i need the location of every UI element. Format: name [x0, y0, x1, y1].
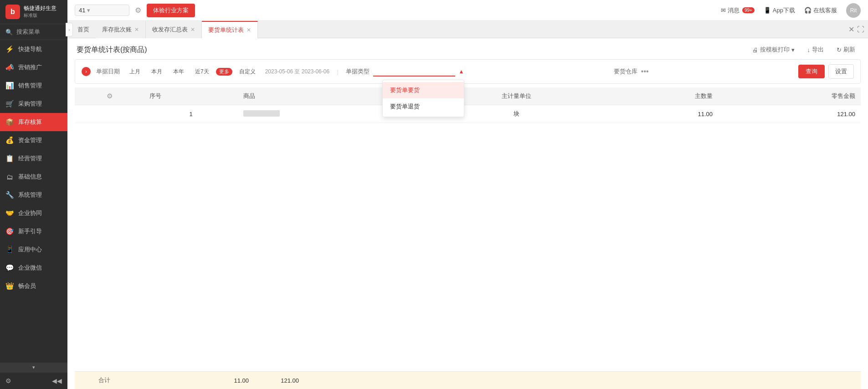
enterprise-wechat-icon: 💬: [5, 264, 14, 272]
goods-blurred: [243, 110, 280, 117]
topbar-right: ✉ 消息 99+ 📱 App下载 🎧 在线客服 Rit: [721, 3, 861, 18]
sidebar-item-marketing[interactable]: 📣 营销推广: [0, 58, 67, 77]
app-name-block: 畅捷通好生意 标准版: [24, 5, 56, 19]
member-icon: 👑: [5, 282, 14, 290]
newbie-icon: 🎯: [5, 227, 14, 235]
sidebar-logo[interactable]: b 畅捷通好生意 标准版: [0, 0, 67, 24]
print-icon: 🖨: [752, 46, 758, 53]
page-header: 要货单统计表(按商品) 🖨 按模板打印 ▾ ↓ 导出 ↻ 刷新: [67, 38, 868, 59]
topbar-dropdown-arrow[interactable]: ▾: [87, 7, 90, 14]
sidebar-item-purchase[interactable]: 🛒 采购管理: [0, 95, 67, 113]
dropdown-item-yh-order[interactable]: 要货单要货: [383, 82, 464, 98]
table-container: ⚙ 序号 商品 主计量单位 主数量 零售金额 1: [75, 87, 861, 371]
topbar-number-input-wrap[interactable]: 41 ▾: [75, 5, 129, 16]
sidebar-item-operations[interactable]: 📋 经营管理: [0, 149, 67, 168]
tab-home[interactable]: 首页: [71, 26, 96, 34]
sidebar-item-sales[interactable]: 📊 销售管理: [0, 77, 67, 95]
sidebar-item-member[interactable]: 👑 畅会员: [0, 277, 67, 295]
main-area: 41 ▾ ⚙ 体验行业方案 ✉ 消息 99+ 📱 App下载 🎧 在线客服 Ri…: [67, 0, 868, 389]
message-icon: ✉: [721, 7, 726, 14]
table-footer: 合计 11.00 121.00: [75, 371, 861, 389]
filter-warehouse-section: 要货仓库 •••: [614, 67, 649, 76]
app-name: 畅捷通好生意: [24, 5, 56, 12]
date-more-btn[interactable]: 更多: [216, 68, 232, 76]
topbar-gear-icon[interactable]: ⚙: [135, 6, 141, 15]
tab-close-inventory-batch[interactable]: ✕: [134, 27, 139, 32]
cell-index: 1: [144, 105, 238, 123]
sidebar-search[interactable]: 🔍 搜索菜单: [0, 24, 67, 40]
sidebar-toggle[interactable]: ›: [66, 23, 73, 36]
finance-icon: 💰: [5, 136, 14, 144]
col-settings[interactable]: ⚙: [75, 87, 144, 105]
trial-btn[interactable]: 体验行业方案: [147, 4, 195, 17]
footer-collapse-icon[interactable]: ◀◀: [52, 377, 62, 384]
sidebar-item-enterprise-wechat[interactable]: 💬 企业微信: [0, 259, 67, 277]
date-btn-this-month[interactable]: 本月: [147, 67, 166, 77]
sidebar-item-label-enterprise-wechat: 企业微信: [18, 264, 62, 272]
tab-close-order-stats[interactable]: ✕: [247, 27, 251, 33]
refresh-btn[interactable]: ↻ 刷新: [833, 44, 859, 56]
table-settings-icon[interactable]: ⚙: [107, 92, 113, 100]
tabs-fullscreen-btn[interactable]: ⛶: [857, 26, 864, 34]
topbar-avatar[interactable]: Rit: [846, 3, 861, 18]
sidebar-item-system[interactable]: 🔧 系统管理: [0, 186, 67, 204]
print-template-btn[interactable]: 🖨 按模板打印 ▾: [749, 44, 798, 56]
filter-expand-btn[interactable]: ›: [82, 67, 91, 76]
date-btn-last-month[interactable]: 上月: [125, 67, 144, 77]
tab-order-stats[interactable]: 要货单统计表 ✕: [202, 21, 258, 38]
sidebar-item-label-finance: 资金管理: [18, 136, 62, 144]
topbar: 41 ▾ ⚙ 体验行业方案 ✉ 消息 99+ 📱 App下载 🎧 在线客服 Ri…: [67, 0, 868, 21]
date-filter-label: 单据日期: [96, 67, 120, 76]
sidebar-item-finance[interactable]: 💰 资金管理: [0, 131, 67, 149]
sidebar-scroll-down[interactable]: ▾: [0, 363, 67, 372]
date-btn-last-7-days[interactable]: 近7天: [191, 67, 213, 77]
warehouse-more-btn[interactable]: •••: [641, 67, 649, 76]
sidebar-item-label-basic-info: 基础信息: [18, 173, 62, 181]
sidebar-footer: ⚙ ◀◀: [0, 372, 67, 389]
sidebar-item-label-inventory: 库存核算: [18, 118, 62, 126]
page-title: 要货单统计表(按商品): [77, 45, 147, 55]
topbar-app-download[interactable]: 📱 App下载: [764, 6, 795, 15]
sales-icon: 📊: [5, 82, 14, 90]
date-custom-btn[interactable]: 自定义: [235, 67, 260, 77]
topbar-online-service[interactable]: 🎧 在线客服: [804, 6, 837, 15]
sidebar-item-label-purchase: 采购管理: [18, 100, 62, 108]
tabs-close-all-btn[interactable]: ✕: [848, 25, 854, 34]
message-badge: 99+: [742, 7, 755, 13]
tabs-bar-right: ✕ ⛶: [848, 25, 864, 34]
filter-settings-btn[interactable]: 设置: [828, 64, 854, 79]
sidebar-nav: ⚡ 快捷导航 📣 营销推广 📊 销售管理 🛒 采购管理 📦 库存核算 💰 资金管…: [0, 40, 67, 363]
query-btn[interactable]: 查询: [798, 65, 825, 78]
sidebar-item-label-system: 系统管理: [18, 191, 62, 199]
app-center-icon: 📱: [5, 246, 14, 254]
topbar-number-value: 41: [79, 7, 85, 14]
sidebar-item-app-center[interactable]: 📱 应用中心: [0, 241, 67, 259]
export-btn[interactable]: ↓ 导出: [804, 44, 828, 56]
dropdown-item-yh-return[interactable]: 要货单退货: [383, 98, 464, 115]
footer-settings-icon[interactable]: ⚙: [5, 377, 11, 384]
warehouse-filter-label: 要货仓库: [614, 67, 637, 76]
sidebar-item-newbie[interactable]: 🎯 新手引导: [0, 222, 67, 241]
type-filter-arrow[interactable]: ▲: [459, 68, 464, 75]
footer-amount: 121.00: [262, 377, 308, 384]
footer-total-label: 合计: [80, 376, 171, 384]
page-header-actions: 🖨 按模板打印 ▾ ↓ 导出 ↻ 刷新: [749, 44, 859, 56]
tab-collection-summary[interactable]: 收发存汇总表 ✕: [146, 21, 202, 38]
tab-inventory-batch[interactable]: 库存批次账 ✕: [96, 21, 146, 38]
topbar-message[interactable]: ✉ 消息 99+: [721, 6, 755, 15]
online-service-icon: 🎧: [804, 7, 812, 14]
tab-close-collection-summary[interactable]: ✕: [190, 27, 195, 32]
data-table: ⚙ 序号 商品 主计量单位 主数量 零售金额 1: [75, 87, 861, 123]
sidebar-item-enterprise-coop[interactable]: 🤝 企业协同: [0, 204, 67, 222]
cell-qty: 11.00: [600, 105, 718, 123]
sidebar-item-inventory[interactable]: 📦 库存核算: [0, 113, 67, 131]
refresh-label: 刷新: [843, 46, 855, 54]
tab-label-inventory-batch: 库存批次账: [102, 26, 132, 34]
print-arrow-icon: ▾: [791, 46, 795, 53]
date-btn-this-year[interactable]: 本年: [169, 67, 188, 77]
print-label: 按模板打印: [760, 46, 790, 54]
sidebar-item-quick-nav[interactable]: ⚡ 快捷导航: [0, 40, 67, 58]
type-filter-input[interactable]: [373, 67, 455, 77]
cell-row-check: [75, 105, 144, 123]
sidebar-item-basic-info[interactable]: 🗂 基础信息: [0, 168, 67, 186]
